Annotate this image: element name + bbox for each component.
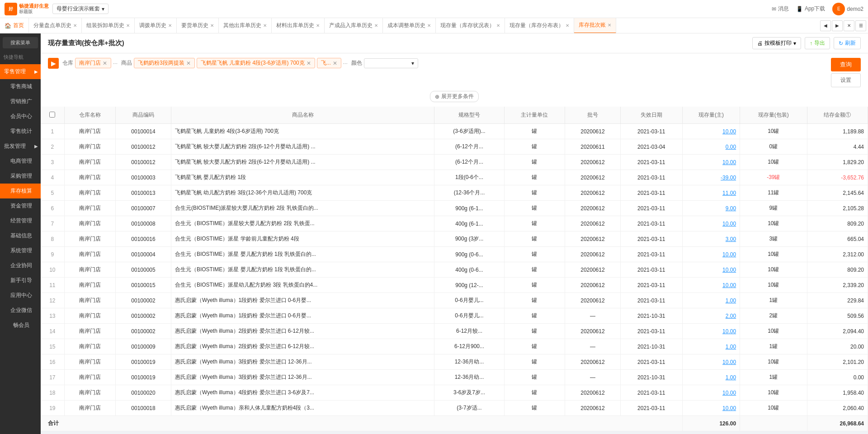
sidebar-item-finance[interactable]: 资金管理 bbox=[0, 198, 41, 213]
tab-xiancun2[interactable]: 现存量（库存分布表） ✕ bbox=[505, 18, 574, 33]
row-qty[interactable]: 10.00 bbox=[682, 324, 740, 339]
setting-button[interactable]: 设置 bbox=[831, 73, 861, 87]
tag-close-icon[interactable]: ✕ bbox=[186, 60, 191, 66]
user-avatar[interactable]: E demo2 bbox=[832, 3, 863, 15]
tag-close-icon[interactable]: ✕ bbox=[307, 60, 311, 66]
table-row: 17 南岸门店 00100019 惠氏启蒙（Wyeth illuma）3段奶粉 … bbox=[41, 370, 868, 385]
warehouse-tag[interactable]: 南岸门店 ✕ bbox=[75, 58, 111, 68]
expand-filter-button[interactable]: ▶ bbox=[48, 58, 59, 69]
tag-close-icon[interactable]: ✕ bbox=[333, 60, 337, 66]
row-code: 00100007 bbox=[116, 201, 171, 216]
search-menu-button[interactable]: 搜索菜单 bbox=[3, 37, 38, 48]
row-qty[interactable]: 0.00 bbox=[682, 139, 740, 155]
select-all-checkbox[interactable] bbox=[49, 112, 55, 118]
row-qty[interactable]: 2.00 bbox=[682, 308, 740, 324]
sidebar-item-wechat[interactable]: 企业微信 bbox=[0, 303, 41, 318]
sidebar-item-system[interactable]: 系统管理 bbox=[0, 243, 41, 258]
tab-zuzhuang[interactable]: 组装拆卸单历史 ✕ bbox=[82, 18, 135, 33]
message-button[interactable]: ✉ 消息 bbox=[772, 5, 789, 13]
close-icon[interactable]: ✕ bbox=[168, 23, 172, 28]
sidebar-item-basic[interactable]: 基础信息 bbox=[0, 228, 41, 243]
row-qty[interactable]: 10.00 bbox=[682, 262, 740, 278]
sidebar-item-purchase[interactable]: 采购管理 bbox=[0, 169, 41, 184]
row-qty[interactable]: 10.00 bbox=[682, 401, 740, 416]
sidebar-item-member2[interactable]: 畅会员 bbox=[0, 318, 41, 333]
sidebar-item-apps[interactable]: 应用中心 bbox=[0, 288, 41, 303]
close-icon[interactable]: ✕ bbox=[374, 23, 378, 28]
tab-diaobo[interactable]: 调拨单历史 ✕ bbox=[135, 18, 177, 33]
row-qty[interactable]: 10.00 bbox=[682, 385, 740, 401]
top-bar: 好 畅捷通好生意 标题版 母婴行业演示账套 ▾ ✉ 消息 📱 App下载 E d… bbox=[0, 0, 868, 18]
nav-menu-button[interactable]: ☰ bbox=[855, 20, 866, 31]
page-title: 现存量查询(按仓库+批次) bbox=[48, 39, 124, 47]
refresh-button[interactable]: ↻ 刷新 bbox=[834, 37, 861, 49]
product-tag-3[interactable]: 飞... ✕ bbox=[317, 58, 341, 68]
row-code: 00100015 bbox=[116, 278, 171, 293]
color-select[interactable]: ▾ bbox=[364, 58, 418, 68]
row-code: 00100009 bbox=[116, 339, 171, 354]
close-icon[interactable]: ✕ bbox=[126, 23, 130, 28]
row-qty[interactable]: 10.00 bbox=[682, 216, 740, 231]
sidebar-item-ecommerce[interactable]: 电商管理 bbox=[0, 154, 41, 169]
tab-yaohuo[interactable]: 要货单历史 ✕ bbox=[177, 18, 219, 33]
query-button[interactable]: 查询 bbox=[831, 58, 861, 71]
row-qty[interactable]: 9.00 bbox=[682, 201, 740, 216]
close-icon[interactable]: ✕ bbox=[316, 23, 320, 28]
row-qty[interactable]: 10.00 bbox=[682, 247, 740, 262]
sidebar-item-wholesale[interactable]: 批发管理 ▶ bbox=[0, 139, 41, 154]
app-download-button[interactable]: 📱 App下载 bbox=[796, 5, 825, 13]
tab-chengpin[interactable]: 产成品入库单历史 ✕ bbox=[325, 18, 383, 33]
tab-cailiao[interactable]: 材料出库单历史 ✕ bbox=[272, 18, 325, 33]
row-qty[interactable]: 10.00 bbox=[682, 278, 740, 293]
sidebar-item-marketing[interactable]: 营销推广 bbox=[0, 94, 41, 109]
product-tag-2[interactable]: 飞鹤星飞帆 儿童奶粉 4段(3-6岁适用) 700克 ✕ bbox=[197, 58, 315, 68]
row-qty[interactable]: 1.00 bbox=[682, 370, 740, 385]
row-batch: 20200612 bbox=[565, 231, 621, 247]
row-qty[interactable]: 10.00 bbox=[682, 354, 740, 370]
close-icon[interactable]: ✕ bbox=[73, 23, 77, 28]
print-button[interactable]: 🖨 按模板打印 ▾ bbox=[752, 37, 801, 49]
row-qty[interactable]: 1.00 bbox=[682, 293, 740, 308]
close-icon[interactable]: ✕ bbox=[608, 23, 611, 28]
row-qty[interactable]: 11.00 bbox=[682, 185, 740, 201]
row-index: 12 bbox=[41, 293, 64, 308]
close-icon[interactable]: ✕ bbox=[566, 23, 569, 28]
tab-xiancun1[interactable]: 现存量（库存状况表） ✕ bbox=[436, 18, 505, 33]
export-button[interactable]: ↑ 导出 bbox=[805, 37, 830, 49]
sidebar-item-shop[interactable]: 零售商城 bbox=[0, 79, 41, 94]
expand-more-button[interactable]: ⊕ 展开更多条件 bbox=[430, 91, 479, 102]
sidebar-item-retail[interactable]: 零售管理 ▶ bbox=[0, 64, 41, 79]
tab-qita[interactable]: 其他出库单历史 ✕ bbox=[219, 18, 272, 33]
close-icon[interactable]: ✕ bbox=[263, 23, 267, 28]
more-products-icon[interactable]: ··· bbox=[343, 60, 348, 66]
row-qty[interactable]: -39.00 bbox=[682, 170, 740, 185]
tag-close-icon[interactable]: ✕ bbox=[103, 60, 107, 66]
product-filter-label: 商品 bbox=[121, 59, 132, 67]
warehouse-select[interactable]: 母婴行业演示账套 ▾ bbox=[52, 4, 108, 14]
col-amount: 结存金额① bbox=[807, 107, 868, 124]
row-index: 5 bbox=[41, 185, 64, 201]
tab-kucun-pici[interactable]: 库存批次账 ✕ bbox=[574, 18, 616, 33]
row-qty[interactable]: 10.00 bbox=[682, 124, 740, 139]
close-icon[interactable]: ✕ bbox=[210, 23, 214, 28]
close-icon[interactable]: ✕ bbox=[496, 23, 500, 28]
sidebar-item-guide[interactable]: 新手引导 bbox=[0, 273, 41, 288]
sidebar-item-retail-stat[interactable]: 零售统计 bbox=[0, 124, 41, 139]
nav-prev-button[interactable]: ◀ bbox=[820, 20, 831, 31]
nav-next-button[interactable]: ▶ bbox=[832, 20, 843, 31]
sidebar-item-inventory[interactable]: 库存核算 bbox=[0, 184, 41, 198]
row-qty[interactable]: 3.00 bbox=[682, 231, 740, 247]
row-spec: 0-6月婴儿... bbox=[434, 308, 504, 324]
tab-home[interactable]: 🏠 首页 bbox=[0, 18, 29, 33]
tab-chengben[interactable]: 成本调整单历史 ✕ bbox=[383, 18, 436, 33]
row-qty[interactable]: 1.00 bbox=[682, 339, 740, 354]
sidebar-item-enterprise[interactable]: 企业协同 bbox=[0, 258, 41, 273]
row-qty[interactable]: 10.00 bbox=[682, 155, 740, 170]
product-tag-1[interactable]: 飞鹤奶粉3段两提装 ✕ bbox=[134, 58, 195, 68]
close-icon[interactable]: ✕ bbox=[427, 23, 431, 28]
sidebar-item-member[interactable]: 会员中心 bbox=[0, 109, 41, 124]
more-filter-icon[interactable]: ··· bbox=[113, 60, 118, 66]
sidebar-item-operations[interactable]: 经营管理 bbox=[0, 213, 41, 228]
nav-close-button[interactable]: ✕ bbox=[844, 20, 854, 31]
tab-fenliang[interactable]: 分量盘点单历史 ✕ bbox=[29, 18, 82, 33]
